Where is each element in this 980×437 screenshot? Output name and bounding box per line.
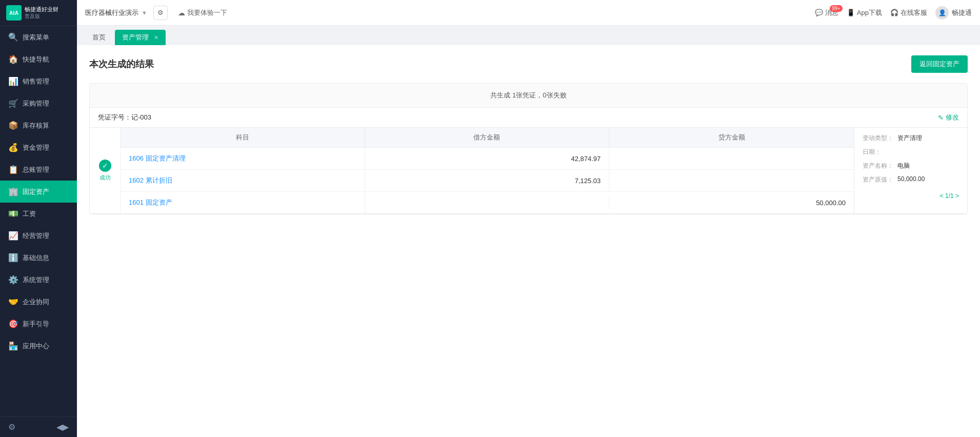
voucher-table: 科目 借方金额 贷方金额 1606 固定资产清理 42,874.97 1602 … <box>121 128 854 213</box>
edit-button[interactable]: ✎ 修改 <box>938 113 959 122</box>
page-header: 本次生成的结果 返回固定资产 <box>89 55 968 73</box>
coop-icon: 🤝 <box>8 297 17 307</box>
sidebar-item-coop[interactable]: 🤝企业协同 <box>0 291 77 313</box>
date-row: 日期： <box>863 148 959 156</box>
main-area: 医疗器械行业演示 ▼ ⚙ ☁ 我要体验一下 💬 消息 99+ 📱 App下载 🎧… <box>77 0 980 437</box>
sidebar-item-operation[interactable]: 📈经营管理 <box>0 225 77 247</box>
system-icon: ⚙️ <box>8 275 17 285</box>
original-value-label: 资产原值： <box>863 175 893 184</box>
return-button[interactable]: 返回固定资产 <box>911 55 968 73</box>
sidebar-label-inventory: 库存核算 <box>23 121 49 130</box>
experience-button[interactable]: ☁ 我要体验一下 <box>174 6 231 19</box>
sidebar-item-salary[interactable]: 💵工资 <box>0 203 77 225</box>
sidebar-label-purchase: 采购管理 <box>23 99 49 108</box>
sidebar-item-system[interactable]: ⚙️系统管理 <box>0 269 77 291</box>
voucher-body: ✓ 成功 科目 借方金额 贷方金额 1606 固定资产清理 <box>90 128 967 213</box>
logo-sub: 普及版 <box>25 13 58 20</box>
prev-page-icon[interactable]: < <box>940 192 944 200</box>
sidebar-item-capital[interactable]: 💰资金管理 <box>0 136 77 158</box>
topbar: 医疗器械行业演示 ▼ ⚙ ☁ 我要体验一下 💬 消息 99+ 📱 App下载 🎧… <box>77 0 980 26</box>
sidebar-item-ledger[interactable]: 📋总账管理 <box>0 158 77 181</box>
fixed-icon: 🏢 <box>8 187 17 196</box>
table-row: 1601 固定资产 50,000.00 <box>121 192 854 213</box>
next-page-icon[interactable]: > <box>955 192 959 200</box>
search-icon: 🔍 <box>8 32 17 42</box>
credit-cell-3: 50,000.00 <box>609 193 854 213</box>
sales-icon: 📊 <box>8 76 17 86</box>
capital-icon: 💰 <box>8 143 17 152</box>
user-menu[interactable]: 👤 畅捷通 <box>935 6 972 19</box>
app-download-button[interactable]: 📱 App下载 <box>847 8 882 17</box>
sidebar-item-quicknav[interactable]: 🏠快捷导航 <box>0 48 77 70</box>
sidebar: AtA 畅捷通好业财 普及版 🔍搜索菜单🏠快捷导航📊销售管理🛒采购管理📦库存核算… <box>0 0 77 437</box>
debit-cell-2: 7,125.03 <box>365 171 610 191</box>
customer-service-button[interactable]: 🎧 在线客服 <box>890 8 927 17</box>
status-text: 成功 <box>99 174 111 182</box>
sidebar-label-capital: 资金管理 <box>23 143 49 152</box>
sidebar-label-guide: 新手引导 <box>23 320 49 329</box>
sidebar-item-guide[interactable]: 🎯新手引导 <box>0 313 77 335</box>
asset-name-value: 电脑 <box>897 162 910 170</box>
operation-icon: 📈 <box>8 231 17 241</box>
logo-text: 畅捷通好业财 <box>25 6 58 13</box>
message-badge: 99+ <box>830 5 843 12</box>
credit-cell-1 <box>609 152 854 165</box>
sidebar-item-inventory[interactable]: 📦库存核算 <box>0 114 77 136</box>
voucher-section: 凭证字号：记-003 ✎ 修改 ✓ 成功 <box>90 108 967 214</box>
sidebar-item-appstore[interactable]: 🏪应用中心 <box>0 335 77 357</box>
change-type-label: 变动类型： <box>863 134 893 143</box>
sidebar-label-search: 搜索菜单 <box>23 33 49 42</box>
subject-cell-1[interactable]: 1606 固定资产清理 <box>121 148 365 169</box>
appstore-icon: 🏪 <box>8 341 17 351</box>
debit-cell-1: 42,874.97 <box>365 149 610 169</box>
tab-home[interactable]: 首页 <box>85 30 113 45</box>
status-column: ✓ 成功 <box>90 128 121 213</box>
sidebar-label-operation: 经营管理 <box>23 231 49 241</box>
username-label: 畅捷通 <box>952 8 972 17</box>
sidebar-item-purchase[interactable]: 🛒采购管理 <box>0 92 77 114</box>
sidebar-label-appstore: 应用中心 <box>23 342 49 351</box>
edit-icon: ✎ <box>938 114 944 122</box>
sidebar-item-fixed[interactable]: 🏢固定资产 <box>0 181 77 203</box>
subject-cell-2[interactable]: 1602 累计折旧 <box>121 170 365 191</box>
ledger-icon: 📋 <box>8 165 17 174</box>
collapse-footer-icon[interactable]: ◀▶ <box>56 422 69 432</box>
subject-cell-3[interactable]: 1601 固定资产 <box>121 192 365 213</box>
sidebar-label-quicknav: 快捷导航 <box>23 55 49 64</box>
company-name: 医疗器械行业演示 <box>85 8 138 17</box>
inventory-icon: 📦 <box>8 121 17 130</box>
gear-icon: ⚙ <box>157 9 164 16</box>
company-arrow-icon: ▼ <box>142 10 147 16</box>
sidebar-item-search[interactable]: 🔍搜索菜单 <box>0 26 77 48</box>
guide-icon: 🎯 <box>8 319 17 329</box>
tab-asset-management[interactable]: 资产管理 ✕ <box>115 30 166 45</box>
sidebar-item-basic[interactable]: ℹ️基础信息 <box>0 247 77 269</box>
date-label: 日期： <box>863 148 881 156</box>
voucher-number: 凭证字号：记-003 <box>98 113 151 122</box>
sidebar-label-sales: 销售管理 <box>23 77 49 86</box>
sidebar-footer: ⚙ ◀▶ <box>0 416 77 437</box>
company-selector[interactable]: 医疗器械行业演示 ▼ <box>85 8 147 17</box>
settings-button[interactable]: ⚙ <box>153 6 168 20</box>
success-icon: ✓ <box>99 160 111 172</box>
sidebar-label-coop: 企业协同 <box>23 297 49 307</box>
table-row: 1602 累计折旧 7,125.03 <box>121 170 854 192</box>
change-type-row: 变动类型： 资产清理 <box>863 134 959 143</box>
credit-cell-2 <box>609 174 854 187</box>
tabs-bar: 首页 资产管理 ✕ <box>77 26 980 45</box>
cloud-icon: ☁ <box>178 9 185 17</box>
topbar-right: 💬 消息 99+ 📱 App下载 🎧 在线客服 👤 畅捷通 <box>815 6 972 19</box>
page-title: 本次生成的结果 <box>89 58 154 70</box>
settings-footer-icon[interactable]: ⚙ <box>8 422 15 432</box>
pagination: < 1/1 > <box>863 189 959 200</box>
tab-close-icon[interactable]: ✕ <box>154 34 158 41</box>
sidebar-item-sales[interactable]: 📊销售管理 <box>0 70 77 92</box>
sidebar-label-fixed: 固定资产 <box>23 187 49 196</box>
message-button[interactable]: 💬 消息 99+ <box>815 8 838 17</box>
result-area: 共生成 1张凭证，0张失败 凭证字号：记-003 ✎ 修改 ✓ <box>89 83 968 214</box>
original-value-value: 50,000.00 <box>897 175 925 184</box>
page-indicator: 1/1 <box>945 192 955 200</box>
change-type-value: 资产清理 <box>897 134 922 143</box>
col-credit: 贷方金额 <box>609 128 854 147</box>
col-subject: 科目 <box>121 128 365 147</box>
